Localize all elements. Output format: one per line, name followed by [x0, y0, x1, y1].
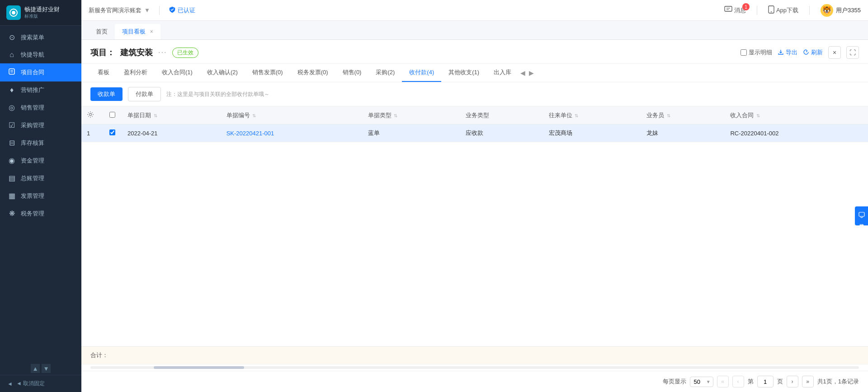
- tab-project-board[interactable]: 项目看板 ×: [115, 24, 160, 39]
- invoice-icon: ▦: [7, 191, 16, 200]
- per-page-select[interactable]: 20 50 100: [690, 377, 713, 387]
- pagination: 每页显示 20 50 100 ▼ « ‹ 第 页 › »: [81, 371, 868, 392]
- first-page-btn[interactable]: «: [717, 376, 729, 387]
- sub-tab-profit[interactable]: 盈利分析: [117, 64, 155, 82]
- cell-income-contract: RC-20220401-002: [725, 124, 868, 142]
- sub-tab-sales[interactable]: 销售(0): [335, 64, 369, 82]
- topbar-divider-1: [159, 6, 160, 15]
- th-income-contract[interactable]: 收入合同 ⇅: [725, 106, 868, 124]
- sort-partner-icon: ⇅: [575, 113, 578, 118]
- sidebar-item-marketing[interactable]: ♦ 营销推广: [0, 81, 81, 99]
- sidebar-item-sales[interactable]: ◎ 销售管理: [0, 99, 81, 116]
- receipts-filter-btn[interactable]: 收款单: [90, 87, 123, 101]
- sub-tab-receipts[interactable]: 收付款(4): [402, 64, 441, 82]
- sidebar-item-tax[interactable]: ❋ 税务管理: [0, 205, 81, 222]
- more-options-icon[interactable]: ···: [158, 48, 167, 57]
- pin-icon: ◄: [7, 381, 13, 387]
- current-page-input[interactable]: [757, 376, 774, 387]
- th-date[interactable]: 单据日期 ⇅: [122, 106, 221, 124]
- home-icon: ⌂: [7, 51, 16, 59]
- table-row[interactable]: 1 2022-04-21 SK-20220421-001 蓝单 应收款 宏茂商场…: [81, 124, 868, 142]
- payment-filter-btn[interactable]: 付款单: [128, 87, 161, 101]
- refresh-icon: [803, 49, 809, 57]
- app-download-btn[interactable]: App下载: [768, 5, 798, 15]
- select-all-checkbox[interactable]: [109, 112, 115, 118]
- sidebar-scroll-up[interactable]: ▲: [31, 364, 40, 373]
- search-icon: ⊙: [7, 33, 16, 42]
- main-area: 新服务官网演示账套 ▼ 已认证 消息 1: [81, 0, 868, 392]
- account-name: 新服务官网演示账套: [89, 6, 142, 14]
- sidebar-item-project-contract[interactable]: 项目合同: [0, 63, 81, 81]
- scroll-bar-row: [81, 364, 868, 371]
- account-dropdown-icon[interactable]: ▼: [144, 7, 150, 14]
- account-selector[interactable]: 新服务官网演示账套 ▼: [89, 6, 150, 14]
- sidebar-item-inventory[interactable]: ⊟ 库存核算: [0, 134, 81, 152]
- tab-home[interactable]: 首页: [89, 24, 115, 39]
- user-avatar: 🐯: [821, 4, 833, 17]
- th-biz-type[interactable]: 业务类型: [460, 106, 543, 124]
- sort-billno-icon: ⇅: [252, 113, 256, 118]
- show-detail-input[interactable]: [741, 49, 747, 56]
- user-menu[interactable]: 🐯 用户3355: [821, 4, 861, 17]
- sub-tab-prev-btn[interactable]: ◀: [519, 67, 527, 78]
- sub-tab-tax-invoice[interactable]: 税务发票(0): [290, 64, 335, 82]
- last-page-btn[interactable]: »: [802, 376, 814, 387]
- cell-biz-type: 应收款: [460, 124, 543, 142]
- ledger-icon: ▤: [7, 174, 16, 182]
- th-bill-type[interactable]: 单据类型 ⇅: [363, 106, 461, 124]
- sidebar-item-funds[interactable]: ◉ 资金管理: [0, 152, 81, 169]
- sidebar-item-search[interactable]: ⊙ 搜索菜单: [0, 29, 81, 46]
- sidebar-item-quick-nav[interactable]: ⌂ 快捷导航: [0, 46, 81, 63]
- sub-tab-sales-invoice[interactable]: 销售发票(0): [245, 64, 290, 82]
- topbar-divider-3: [809, 6, 810, 15]
- app-version: 标准版: [24, 13, 60, 19]
- footer-label: 合计：: [90, 351, 108, 359]
- sales-icon: ◎: [7, 103, 16, 112]
- shield-icon: [169, 6, 176, 14]
- tab-close-icon[interactable]: ×: [150, 29, 153, 35]
- sub-tab-purchase[interactable]: 采购(2): [368, 64, 402, 82]
- feedback-btn[interactable]: 意见反馈: [855, 206, 868, 225]
- prev-page-btn[interactable]: ‹: [732, 376, 744, 387]
- sub-tab-other-expenses[interactable]: 其他收支(1): [441, 64, 486, 82]
- show-detail-checkbox[interactable]: 显示明细: [741, 48, 772, 57]
- inventory-icon: ⊟: [7, 139, 16, 147]
- export-btn[interactable]: 导出: [778, 48, 797, 57]
- refresh-btn[interactable]: 刷新: [803, 48, 823, 57]
- page-title-prefix: 项目：: [90, 47, 115, 58]
- svg-rect-9: [859, 212, 864, 216]
- svg-rect-2: [9, 69, 14, 74]
- sub-tab-board[interactable]: 看板: [90, 64, 117, 82]
- close-btn[interactable]: ×: [828, 46, 841, 59]
- sub-tab-inout[interactable]: 出入库: [486, 64, 519, 82]
- sidebar-item-ledger[interactable]: ▤ 总账管理: [0, 169, 81, 187]
- table-header-row: 单据日期 ⇅ 单据编号 ⇅ 单据类型 ⇅ 业务类型: [81, 106, 868, 124]
- scroll-track: [90, 366, 859, 369]
- page-label: 第: [748, 378, 754, 386]
- expand-btn[interactable]: ⛶: [846, 46, 859, 59]
- purchase-icon: ☑: [7, 121, 16, 129]
- sidebar-item-purchase[interactable]: ☑ 采购管理: [0, 116, 81, 134]
- next-page-btn[interactable]: ›: [787, 376, 798, 387]
- th-partner[interactable]: 往来单位 ⇅: [543, 106, 642, 124]
- bill-no-link[interactable]: SK-20220421-001: [226, 130, 274, 137]
- table-container: 单据日期 ⇅ 单据编号 ⇅ 单据类型 ⇅ 业务类型: [81, 106, 868, 346]
- th-settings[interactable]: [81, 106, 104, 124]
- cell-salesperson: 龙妹: [641, 124, 725, 142]
- scroll-thumb[interactable]: [154, 366, 244, 369]
- sub-tab-income-contract[interactable]: 收入合同(1): [155, 64, 200, 82]
- sub-tab-next-btn[interactable]: ▶: [527, 67, 536, 78]
- row-checkbox[interactable]: [109, 129, 115, 135]
- messages-btn[interactable]: 消息 1: [724, 6, 746, 14]
- sidebar-item-invoice[interactable]: ▦ 发票管理: [0, 187, 81, 205]
- cancel-fixed-btn[interactable]: ◄ ◄ 取消固定: [0, 375, 81, 392]
- cell-checkbox[interactable]: [104, 124, 122, 142]
- th-bill-no[interactable]: 单据编号 ⇅: [221, 106, 363, 124]
- sidebar-scroll-down[interactable]: ▼: [42, 364, 51, 373]
- th-checkbox[interactable]: [104, 106, 122, 124]
- table-body: 1 2022-04-21 SK-20220421-001 蓝单 应收款 宏茂商场…: [81, 124, 868, 142]
- total-info: 共1页，1条记录: [817, 378, 859, 386]
- sub-tab-income-confirm[interactable]: 收入确认(2): [200, 64, 245, 82]
- marketing-icon: ♦: [7, 86, 16, 94]
- th-salesperson[interactable]: 业务员 ⇅: [641, 106, 725, 124]
